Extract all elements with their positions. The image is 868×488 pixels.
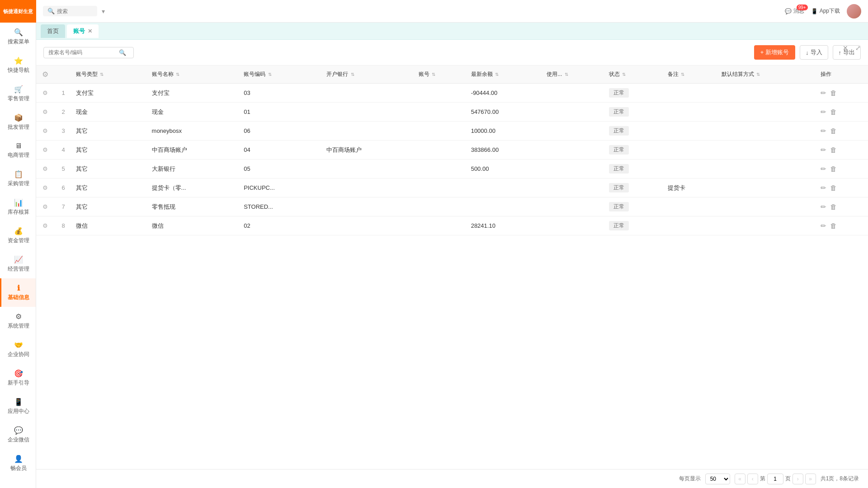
edit-button[interactable]: ✏ <box>821 222 826 230</box>
row-bank <box>323 160 415 178</box>
row-account <box>415 216 467 235</box>
delete-button[interactable]: 🗑 <box>830 222 837 230</box>
table-row: ⚙ 2 现金 现金 01 547670.00 正常 ✏ 🗑 <box>36 103 868 122</box>
delete-button[interactable]: 🗑 <box>830 165 837 173</box>
edit-button[interactable]: ✏ <box>821 165 826 173</box>
col-usage-header[interactable]: 使用... ⇅ <box>543 66 605 84</box>
content-toolbar: 🔍 + 新增账号 ↓ 导入 ↑ 导出 <box>36 40 868 66</box>
row-account <box>415 103 467 122</box>
col-name-header[interactable]: 账号名称 ⇅ <box>148 66 241 84</box>
edit-button[interactable]: ✏ <box>821 108 826 116</box>
col-balance-header[interactable]: 最新余额 ⇅ <box>467 66 543 84</box>
table-row: ⚙ 1 支付宝 支付宝 03 -90444.00 正常 ✏ 🗑 <box>36 84 868 103</box>
window-controls: ✕ ⤢ <box>841 43 863 52</box>
sidebar-item-basic-info[interactable]: ℹ基础信息 <box>0 278 36 307</box>
sidebar-item-enterprise-wechat[interactable]: 💬企业微信 <box>0 421 36 449</box>
row-code: 03 <box>240 84 323 103</box>
first-page-button[interactable]: « <box>735 474 745 484</box>
sidebar-item-purchase-mgmt[interactable]: 📋采购管理 <box>0 164 36 193</box>
topbar-dropdown-icon[interactable]: ▾ <box>102 8 105 15</box>
edit-button[interactable]: ✏ <box>821 184 826 192</box>
row-type: 其它 <box>72 197 148 216</box>
row-gear[interactable]: ⚙ <box>36 216 54 235</box>
col-account-header[interactable]: 账号 ⇅ <box>415 66 467 84</box>
row-usage <box>543 141 605 160</box>
topbar-app-download[interactable]: 📱 App下载 <box>811 7 840 15</box>
sidebar-item-app-center[interactable]: 📱应用中心 <box>0 392 36 421</box>
topbar-search-input[interactable] <box>57 8 93 14</box>
row-gear[interactable]: ⚙ <box>36 141 54 160</box>
page-size-select[interactable]: 102050100 <box>705 474 730 484</box>
account-search-box[interactable]: 🔍 <box>43 47 134 58</box>
purchase-mgmt-icon: 📋 <box>4 170 33 178</box>
tab-account-close[interactable]: ✕ <box>88 28 92 34</box>
col-default-settle-header[interactable]: 默认结算方式 ⇅ <box>718 66 817 84</box>
col-code-header[interactable]: 账号编码 ⇅ <box>240 66 323 84</box>
sidebar-item-fund-mgmt[interactable]: 💰资金管理 <box>0 221 36 250</box>
fund-mgmt-label: 资金管理 <box>4 237 33 244</box>
edit-button[interactable]: ✏ <box>821 127 826 135</box>
close-window-button[interactable]: ✕ <box>841 43 850 52</box>
row-usage <box>543 178 605 197</box>
row-action: ✏ 🗑 <box>817 216 868 235</box>
tab-account[interactable]: 账号✕ <box>67 24 99 38</box>
col-bank-header[interactable]: 开户银行 ⇅ <box>323 66 415 84</box>
col-type-header[interactable]: 账号类型 ⇅ <box>72 66 148 84</box>
row-default-settle <box>718 84 817 103</box>
sidebar-item-system-mgmt[interactable]: ⚙系统管理 <box>0 307 36 335</box>
row-remark <box>664 197 718 216</box>
sidebar-item-ecommerce-mgmt[interactable]: 🖥电商管理 <box>0 136 36 164</box>
row-remark <box>664 216 718 235</box>
row-gear[interactable]: ⚙ <box>36 178 54 197</box>
edit-button[interactable]: ✏ <box>821 89 826 97</box>
col-remark-header[interactable]: 备注 ⇅ <box>664 66 718 84</box>
sidebar-item-inventory-calc[interactable]: 📊库存核算 <box>0 193 36 221</box>
sidebar-item-retail-mgmt[interactable]: 🛒零售管理 <box>0 80 36 108</box>
topbar-search-box[interactable]: 🔍 <box>43 6 97 16</box>
row-balance <box>467 178 543 197</box>
edit-button[interactable]: ✏ <box>821 146 826 154</box>
delete-button[interactable]: 🗑 <box>830 146 837 154</box>
row-bank <box>323 178 415 197</box>
accounts-table: ⚙ 账号类型 ⇅ 账号名称 ⇅ 账号编码 ⇅ 开户银行 ⇅ 账号 ⇅ 最新余额 … <box>36 66 868 235</box>
last-page-button[interactable]: » <box>805 474 816 484</box>
prev-page-button[interactable]: ‹ <box>747 474 758 484</box>
row-account <box>415 122 467 141</box>
row-gear[interactable]: ⚙ <box>36 122 54 141</box>
maximize-window-button[interactable]: ⤢ <box>854 43 863 52</box>
delete-button[interactable]: 🗑 <box>830 89 837 97</box>
search-menu-icon: 🔍 <box>4 28 33 37</box>
row-gear[interactable]: ⚙ <box>36 160 54 178</box>
row-gear[interactable]: ⚙ <box>36 103 54 122</box>
company-agreement-label: 企业协同 <box>4 351 33 358</box>
row-remark <box>664 84 718 103</box>
delete-button[interactable]: 🗑 <box>830 203 837 211</box>
topbar-message[interactable]: 💬 消息 99+ <box>785 7 804 15</box>
col-status-header[interactable]: 状态 ⇅ <box>605 66 664 84</box>
page-input[interactable] <box>767 474 783 484</box>
sidebar-item-beginner-guide[interactable]: 🎯新手引导 <box>0 364 36 392</box>
wholesale-mgmt-icon: 📦 <box>4 113 33 122</box>
sidebar-item-business-mgmt[interactable]: 📈经营管理 <box>0 250 36 278</box>
account-search-input[interactable] <box>48 49 116 56</box>
import-button[interactable]: ↓ 导入 <box>800 45 828 60</box>
add-account-button[interactable]: + 新增账号 <box>754 45 795 60</box>
sidebar-item-search-menu[interactable]: 🔍搜索菜单 <box>0 23 36 51</box>
sidebar-item-wholesale-mgmt[interactable]: 📦批发管理 <box>0 108 36 136</box>
tab-home[interactable]: 首页 <box>41 24 65 38</box>
row-seq: 3 <box>54 122 72 141</box>
row-type: 现金 <box>72 103 148 122</box>
edit-button[interactable]: ✏ <box>821 203 826 211</box>
row-gear[interactable]: ⚙ <box>36 84 54 103</box>
sidebar-item-quick-nav[interactable]: ⭐快捷导航 <box>0 51 36 80</box>
row-name: 支付宝 <box>148 84 241 103</box>
delete-button[interactable]: 🗑 <box>830 127 837 135</box>
next-page-button[interactable]: › <box>793 474 803 484</box>
delete-button[interactable]: 🗑 <box>830 184 837 192</box>
topbar-avatar[interactable] <box>847 4 861 19</box>
row-seq: 8 <box>54 216 72 235</box>
sidebar-item-member[interactable]: 👤畅会员 <box>0 449 36 478</box>
sidebar-item-company-agreement[interactable]: 🤝企业协同 <box>0 335 36 364</box>
delete-button[interactable]: 🗑 <box>830 108 837 116</box>
row-gear[interactable]: ⚙ <box>36 197 54 216</box>
